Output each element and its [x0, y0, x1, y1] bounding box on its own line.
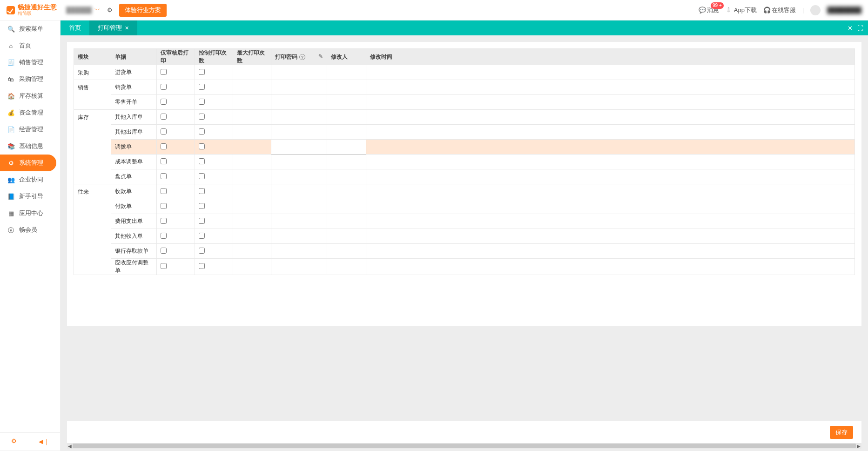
- checkbox-audit-only[interactable]: [161, 173, 167, 179]
- cell-modified-time: [366, 110, 855, 125]
- table-row: 付款单: [74, 199, 855, 214]
- checkbox-control-count[interactable]: [199, 263, 205, 269]
- tab-close-icon[interactable]: ✕: [125, 25, 129, 31]
- cell-modified-time: [366, 155, 855, 169]
- app-download-link[interactable]: ⇩ App下载: [726, 6, 757, 14]
- table-row: 库存其他入库单: [74, 110, 855, 125]
- table-row: 费用支出单: [74, 214, 855, 229]
- cell-password: [271, 244, 327, 259]
- checkbox-control-count[interactable]: [199, 173, 205, 179]
- cell-control-count: [195, 184, 233, 199]
- checkbox-control-count[interactable]: [199, 69, 205, 75]
- save-button[interactable]: 保存: [830, 426, 853, 439]
- cell-password: [271, 65, 327, 80]
- cell-control-count: [195, 169, 233, 184]
- settings-icon[interactable]: ⚙: [107, 7, 113, 13]
- checkbox-audit-only[interactable]: [161, 143, 167, 149]
- sidebar-item-8[interactable]: ⚙系统管理: [0, 155, 56, 171]
- cell-modifier: [327, 65, 366, 80]
- fullscreen-icon[interactable]: ⛶: [857, 25, 863, 32]
- cell-modified-time: [366, 65, 855, 80]
- tab-0[interactable]: 首页: [61, 20, 89, 35]
- sidebar-item-1[interactable]: ⌂首页: [0, 37, 60, 54]
- cell-max-count: [233, 244, 271, 259]
- search-icon: 🔍: [7, 26, 14, 33]
- tab-close-all-icon[interactable]: ✕: [848, 25, 853, 32]
- sidebar-item-2[interactable]: 🧾销售管理: [0, 54, 60, 71]
- cell-password[interactable]: [271, 140, 327, 155]
- checkbox-control-count[interactable]: [199, 248, 205, 254]
- try-industry-button[interactable]: 体验行业方案: [119, 4, 167, 17]
- checkbox-audit-only[interactable]: [161, 203, 167, 209]
- chevron-down-icon[interactable]: ﹀: [94, 6, 101, 14]
- sidebar-item-3[interactable]: 🛍采购管理: [0, 71, 60, 88]
- checkbox-control-count[interactable]: [199, 233, 205, 239]
- table-row: 应收应付调整单: [74, 259, 855, 275]
- cell-modified-time: [366, 95, 855, 110]
- checkbox-control-count[interactable]: [199, 128, 205, 135]
- horizontal-scrollbar[interactable]: ◀ ▶: [67, 443, 861, 449]
- sidebar-item-12[interactable]: Ⓥ畅会员: [0, 222, 60, 238]
- checkbox-audit-only[interactable]: [161, 128, 167, 135]
- checkbox-control-count[interactable]: [199, 99, 205, 105]
- scroll-right-icon[interactable]: ▶: [856, 443, 861, 449]
- checkbox-audit-only[interactable]: [161, 84, 167, 90]
- sidebar-item-7[interactable]: 📚基础信息: [0, 138, 60, 155]
- sidebar-item-4[interactable]: 🏠库存核算: [0, 88, 60, 104]
- checkbox-audit-only[interactable]: [161, 69, 167, 75]
- sidebar-item-11[interactable]: ▦应用中心: [0, 205, 60, 222]
- sidebar-item-10[interactable]: 📘新手引导: [0, 188, 60, 205]
- scroll-thumb[interactable]: [73, 444, 856, 448]
- cell-password: [271, 110, 327, 125]
- checkbox-control-count[interactable]: [199, 218, 205, 224]
- help-icon[interactable]: ?: [299, 54, 305, 60]
- cell-modifier: [327, 214, 366, 229]
- checkbox-audit-only[interactable]: [161, 99, 167, 105]
- edit-icon[interactable]: ✎: [318, 53, 323, 60]
- cell-max-count: [233, 184, 271, 199]
- sidebar-settings-icon[interactable]: ⚙: [11, 438, 17, 446]
- checkbox-audit-only[interactable]: [161, 158, 167, 164]
- checkbox-audit-only[interactable]: [161, 248, 167, 254]
- checkbox-audit-only[interactable]: [161, 114, 167, 120]
- online-support-link[interactable]: 🎧 在线客服: [763, 6, 796, 14]
- checkbox-audit-only[interactable]: [161, 263, 167, 269]
- team-icon: 👥: [7, 176, 14, 183]
- checkbox-audit-only[interactable]: [161, 233, 167, 239]
- sidebar-item-0[interactable]: 🔍搜索菜单: [0, 20, 60, 37]
- cell-doc: 进货单: [111, 65, 157, 80]
- checkbox-control-count[interactable]: [199, 188, 205, 194]
- checkbox-audit-only[interactable]: [161, 188, 167, 194]
- tab-1[interactable]: 打印管理✕: [89, 20, 137, 35]
- cell-max-count[interactable]: [233, 140, 271, 155]
- brand-logo[interactable]: 畅捷通好生意 精简版: [7, 4, 57, 17]
- cell-modifier: [327, 155, 366, 169]
- avatar[interactable]: [810, 5, 821, 15]
- checkbox-control-count[interactable]: [199, 84, 205, 90]
- cell-audit-only: [157, 110, 195, 125]
- cell-password: [271, 169, 327, 184]
- checkbox-audit-only[interactable]: [161, 218, 167, 224]
- table-row: 采购进货单: [74, 65, 855, 80]
- checkbox-control-count[interactable]: [199, 114, 205, 120]
- sidebar-item-9[interactable]: 👥企业协同: [0, 171, 60, 188]
- checkbox-control-count[interactable]: [199, 143, 205, 149]
- cell-modifier: [327, 229, 366, 244]
- checkbox-control-count[interactable]: [199, 158, 205, 164]
- cell-doc: 银行存取款单: [111, 244, 157, 259]
- gear-icon: ⚙: [7, 160, 14, 167]
- location-selector-text[interactable]: ██████: [66, 7, 92, 13]
- sidebar-item-5[interactable]: 💰资金管理: [0, 104, 60, 121]
- user-name[interactable]: ████████: [827, 7, 861, 13]
- cell-audit-only: [157, 214, 195, 229]
- cell-doc: 成本调整单: [111, 155, 157, 169]
- sidebar-item-6[interactable]: 📄经营管理: [0, 121, 60, 138]
- scroll-left-icon[interactable]: ◀: [67, 443, 73, 449]
- messages-link[interactable]: 💬 消息 99 +: [699, 6, 719, 14]
- sidebar-collapse-icon[interactable]: ◀｜: [39, 438, 49, 446]
- app-download-label: App下载: [734, 6, 757, 14]
- cell-modifier: [327, 259, 366, 275]
- cell-password: [271, 229, 327, 244]
- checkbox-control-count[interactable]: [199, 203, 205, 209]
- vip-icon: Ⓥ: [7, 227, 14, 234]
